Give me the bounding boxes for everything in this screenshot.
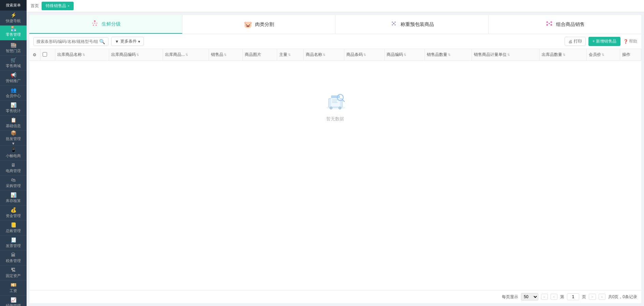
cat-tab-meat-cut[interactable]: 🐷 肉类分割 <box>182 15 335 34</box>
smart-store-label: 智慧门店 <box>6 48 21 53</box>
sidebar-item-retail-stats[interactable]: 📊 零售统计 <box>0 101 27 116</box>
sort-icon10[interactable]: ⇅ <box>507 53 510 57</box>
svg-point-15 <box>549 23 550 24</box>
sort-icon9[interactable]: ⇅ <box>448 53 451 57</box>
sort-icon6[interactable]: ⇅ <box>323 53 326 57</box>
col-settings[interactable]: ⚙ <box>29 49 40 61</box>
sidebar-item-ops-mgmt[interactable]: 📈 经营管理 <box>0 295 27 306</box>
sidebar-item-retail-mall[interactable]: 🛒 零售商城 <box>0 56 27 71</box>
svg-point-12 <box>551 21 552 23</box>
col-out-qty: 出库品数量 ⇅ <box>539 49 586 61</box>
add-product-button[interactable]: + 新增销售品 <box>588 37 620 46</box>
sidebar-item-inventory[interactable]: 📊 库存核算 <box>0 190 27 205</box>
toolbar: 🔍 ▼ 更多条件 ▾ 🖨 打印 + 新增销售品 ❓ 帮助 <box>29 34 641 49</box>
products-table: ⚙ 出库商品名称 ⇅ 出库商品编码 <box>29 49 641 149</box>
wages-label: 工资 <box>10 288 17 293</box>
member-center-icon: 👥 <box>11 87 16 93</box>
home-breadcrumb[interactable]: 首页 <box>31 3 39 9</box>
next-page-button[interactable]: > <box>589 294 596 300</box>
sort-icon7[interactable]: ⇅ <box>363 53 366 57</box>
sort-icon[interactable]: ⇅ <box>83 53 85 57</box>
last-page-button[interactable]: » <box>599 294 605 300</box>
retail-mall-label: 零售商城 <box>6 63 21 68</box>
svg-point-10 <box>394 24 396 26</box>
first-page-button[interactable]: « <box>541 294 548 300</box>
svg-point-14 <box>551 24 552 26</box>
svg-point-2 <box>96 22 98 24</box>
col-image: 商品图片 <box>242 49 277 61</box>
sidebar-item-ecommerce-mgmt[interactable]: 🖥 电商管理 <box>0 160 27 175</box>
help-button[interactable]: ❓ 帮助 <box>623 39 637 44</box>
sidebar-item-invoice-mgmt[interactable]: 🧾 发票管理 <box>0 235 27 250</box>
svg-point-3 <box>93 25 94 26</box>
sort-icon3[interactable]: ⇅ <box>185 53 188 57</box>
tab-close-icon[interactable]: × <box>68 4 70 8</box>
meat-cut-label: 肉类分割 <box>255 21 274 28</box>
smart-store-icon: 🏬 <box>11 42 16 48</box>
retail-mall-icon: 🛒 <box>11 57 16 63</box>
select-all-checkbox[interactable] <box>43 52 47 57</box>
sort-icon5[interactable]: ⇅ <box>288 53 291 57</box>
cat-tab-fresh-grade[interactable]: 生鲜分级 <box>29 15 182 34</box>
ecommerce-mgmt-label: 电商管理 <box>6 168 21 173</box>
col-sale-qty: 销售品数量 ⇅ <box>425 49 472 61</box>
add-label: + 新增销售品 <box>593 39 616 44</box>
sort-icon2[interactable]: ⇅ <box>136 53 139 57</box>
page-input[interactable] <box>567 293 579 300</box>
col-sale-unit-label: 销售商品计量单位 <box>474 52 507 58</box>
cat-tab-weigh-pack[interactable]: 称重预包装商品 <box>335 15 489 34</box>
sidebar-item-smart-store[interactable]: 🏬 智慧门店 <box>0 41 27 56</box>
cat-tab-combo-sale[interactable]: 组合商品销售 <box>489 15 641 34</box>
sidebar-item-quick-nav[interactable]: ⚡ 快捷导航 <box>0 11 27 26</box>
active-tab[interactable]: 特殊销售品 × <box>42 2 74 10</box>
filter-button[interactable]: ▼ 更多条件 ▾ <box>111 37 144 46</box>
tax-mgmt-label: 税务管理 <box>6 258 21 263</box>
col-out-name-label: 出库商品名称 <box>57 52 82 58</box>
combo-sale-label: 组合商品销售 <box>556 21 585 28</box>
col-sale-item-label: 销售品 <box>211 52 223 58</box>
sidebar-item-general-ledger[interactable]: 📒 总账管理 <box>0 220 27 235</box>
ops-mgmt-icon: 📈 <box>11 297 16 303</box>
sidebar-item-finance[interactable]: 💰 资金管理 <box>0 205 27 220</box>
search-box[interactable]: 🔍 <box>33 37 108 46</box>
search-icon[interactable]: 🔍 <box>99 39 105 44</box>
weigh-pack-label: 称重预包装商品 <box>401 21 434 28</box>
sidebar-item-purchase-mgmt[interactable]: 🛍 采购管理 <box>0 175 27 190</box>
sort-icon12[interactable]: ⇅ <box>602 53 604 57</box>
sidebar-item-wages[interactable]: 💴 工资 <box>0 280 27 295</box>
col-sale-item: 销售品 ⇅ <box>209 49 242 61</box>
finance-label: 资金管理 <box>6 213 21 218</box>
sidebar-item-fixed-assets[interactable]: 🏗 固定资产 <box>0 265 27 280</box>
print-button[interactable]: 🖨 打印 <box>565 37 586 46</box>
ecommerce-mgmt-icon: 🖥 <box>11 162 16 168</box>
sort-icon8[interactable]: ⇅ <box>404 53 406 57</box>
sort-icon11[interactable]: ⇅ <box>563 53 566 57</box>
sidebar-item-marketing[interactable]: 📢 营销推广 <box>0 71 27 86</box>
empty-state-illustration <box>321 88 349 112</box>
sidebar-logo[interactable]: 搜索菜单 <box>0 0 27 11</box>
col-out-name: 出库商品名称 ⇅ <box>55 49 109 61</box>
col-checkbox[interactable] <box>40 49 55 61</box>
col-goods-code-label: 商品编码 <box>387 52 403 58</box>
col-action: 操作 <box>620 49 641 61</box>
sidebar-item-tax-mgmt[interactable]: 🏛 税务管理 <box>0 250 27 265</box>
col-weight: 主量 ⇅ <box>277 49 304 61</box>
fixed-assets-label: 固定资产 <box>6 273 21 278</box>
col-image-label: 商品图片 <box>245 52 261 57</box>
col-action-label: 操作 <box>622 52 630 57</box>
per-page-select[interactable]: 50 10 20 100 <box>521 293 538 301</box>
sidebar-item-basic-info[interactable]: 📋 基础信息 <box>0 116 27 131</box>
prev-page-button[interactable]: < <box>551 294 557 300</box>
print-icon: 🖨 <box>568 39 572 44</box>
search-input[interactable] <box>36 39 98 44</box>
basic-info-icon: 📋 <box>11 117 16 123</box>
wages-icon: 💴 <box>11 282 16 288</box>
sidebar-item-mini-ecommerce[interactable]: 📱 小畅电商 <box>0 146 27 160</box>
category-tabs: 生鲜分级 🐷 肉类分割 称重预包装商品 <box>29 15 641 34</box>
sort-icon4[interactable]: ⇅ <box>224 53 227 57</box>
sidebar-item-wholesale-mgmt[interactable]: 📦 批发管理 <box>0 131 27 146</box>
sidebar-item-member-center[interactable]: 👥 会员中心 <box>0 86 27 101</box>
invoice-mgmt-icon: 🧾 <box>11 237 16 243</box>
table-body: 暂无数据 <box>29 61 641 150</box>
sidebar-item-retail-mgmt[interactable]: 🏪 零售管理 <box>0 26 27 41</box>
